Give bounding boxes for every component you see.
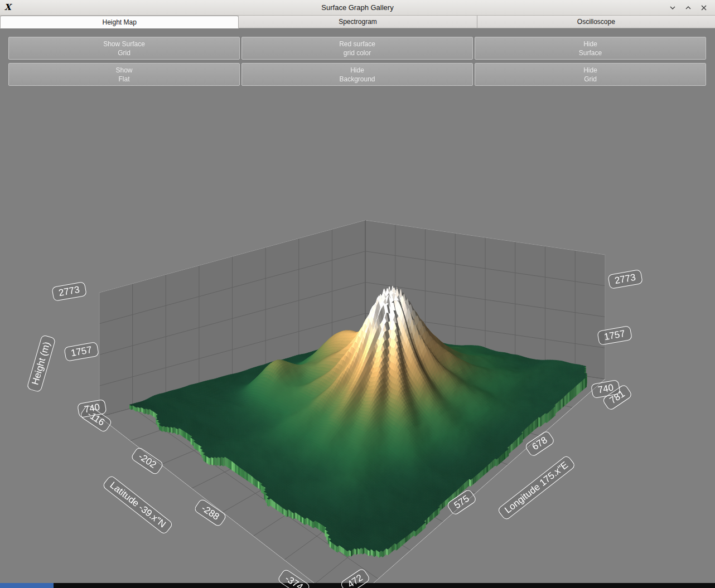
shade-button[interactable] (668, 3, 677, 12)
window-controls (668, 3, 715, 12)
app-window: X Surface Graph Gallery Height Map Spect… (0, 0, 715, 588)
button-label: Background (339, 75, 375, 84)
button-label: Surface (579, 48, 602, 57)
hide-surface-button[interactable]: Hide Surface (475, 37, 706, 60)
button-label: grid color (344, 48, 371, 57)
window-title: Surface Graph Gallery (0, 3, 715, 12)
chevron-up-icon (685, 4, 692, 11)
tab-spectrogram[interactable]: Spectrogram (239, 16, 477, 28)
toolbar: Show Surface Grid Red surface grid color… (0, 28, 715, 86)
tab-bar: Height Map Spectrogram Oscilloscope (0, 16, 715, 28)
show-flat-button[interactable]: Show Flat (8, 63, 240, 86)
button-label: Hide (583, 40, 597, 48)
button-label: Show (115, 66, 132, 75)
button-label: Grid (118, 48, 131, 57)
tab-height-map[interactable]: Height Map (0, 16, 239, 28)
tab-oscilloscope[interactable]: Oscilloscope (477, 16, 715, 28)
screen-edge-strip (0, 583, 715, 588)
button-label: Grid (584, 75, 597, 84)
app-icon: X (4, 3, 11, 12)
button-label: Flat (118, 75, 129, 84)
hide-grid-button[interactable]: Hide Grid (475, 63, 706, 86)
button-label: Red surface (339, 40, 375, 48)
button-label: Show Surface (103, 40, 145, 48)
button-label: Hide (583, 66, 597, 75)
maximize-button[interactable] (684, 3, 693, 12)
surface-plot-canvas[interactable] (0, 0, 715, 588)
show-surface-grid-button[interactable]: Show Surface Grid (8, 37, 240, 60)
hide-background-button[interactable]: Hide Background (241, 63, 473, 86)
close-icon (700, 4, 707, 11)
button-label: Hide (350, 66, 364, 75)
title-bar[interactable]: X Surface Graph Gallery (0, 0, 715, 16)
red-surface-grid-color-button[interactable]: Red surface grid color (241, 37, 473, 60)
chevron-down-icon (669, 4, 676, 11)
close-button[interactable] (699, 3, 708, 12)
taskbar-accent (0, 583, 54, 588)
